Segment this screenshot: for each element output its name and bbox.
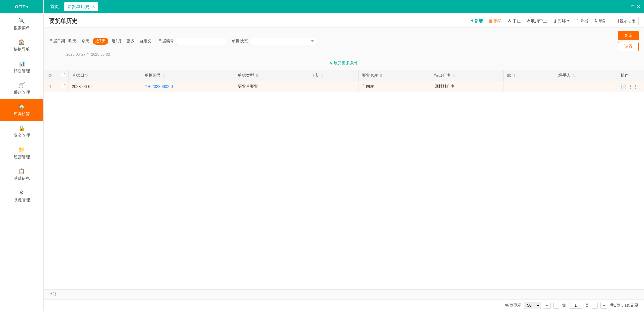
table-footer: 合计： xyxy=(44,289,644,299)
page-header: 要货单历史 + 新增 🗑 删除 ⊘ 中止 ⊘ 取消中止 🖨 打印 ▾ xyxy=(44,13,644,28)
close-button[interactable]: ✕ xyxy=(637,4,641,9)
window-controls: ─ □ ✕ xyxy=(625,4,641,9)
doc-no-link[interactable]: YH-20230602-0 xyxy=(145,84,173,89)
sidebar-item-inventory[interactable]: 🏠 库存核算 xyxy=(0,99,43,121)
sidebar-item-system[interactable]: ⚙ 系统管理 xyxy=(0,185,43,207)
first-page-button[interactable]: « xyxy=(544,302,551,309)
home-icon: 🏠 xyxy=(18,39,25,45)
refresh-button[interactable]: ↻ 刷新 xyxy=(593,17,608,25)
filter-settings-button[interactable]: 设置 xyxy=(618,42,639,51)
sidebar-item-sales[interactable]: 📊 销售管理 xyxy=(0,56,43,78)
date-btn-1month[interactable]: 近1月 xyxy=(110,38,123,45)
maximize-button[interactable]: □ xyxy=(631,4,634,9)
query-button[interactable]: 查询 xyxy=(618,31,639,40)
date-filter-options: 昨天 今天 近7天 近1月 更多 自定义 xyxy=(67,38,153,45)
date-range-display: 2023-05-27 至 2023-06-02 xyxy=(66,52,639,57)
tab-close-icon[interactable]: ✕ xyxy=(92,5,95,9)
inventory-icon: 🏠 xyxy=(18,103,25,110)
cancel-stop-button[interactable]: ⊘ 取消中止 xyxy=(525,17,549,25)
last-page-button[interactable]: » xyxy=(600,302,607,309)
sort-icon: ⇅ xyxy=(162,74,165,77)
row-store xyxy=(307,81,358,92)
doc-no-input[interactable] xyxy=(176,38,226,45)
row-department xyxy=(503,81,555,92)
col-store[interactable]: 门店 ⇅ xyxy=(307,70,358,81)
export-button[interactable]: ↗ 导出 xyxy=(573,17,590,25)
col-action: 操作 xyxy=(617,70,644,81)
print-button[interactable]: 🖨 打印 ▾ xyxy=(551,17,571,25)
col-settings[interactable]: ⚙ xyxy=(44,70,57,81)
page-label: 第 xyxy=(562,303,566,308)
column-settings-button[interactable]: ⚙ xyxy=(48,73,52,78)
sidebar-item-label: 采购管理 xyxy=(14,90,30,95)
per-page-select[interactable]: 50 100 200 xyxy=(524,302,541,309)
col-doc-type[interactable]: 单据类型 ⇅ xyxy=(234,70,307,81)
sidebar-item-basic-info[interactable]: 📋 基础信息 xyxy=(0,164,43,185)
stop-button[interactable]: ⊘ 中止 xyxy=(506,17,522,25)
col-checkbox[interactable] xyxy=(57,70,68,81)
date-filter-group: 单据日期 昨天 今天 近7天 近1月 更多 自定义 xyxy=(49,38,153,45)
print-dropdown-icon: ▾ xyxy=(567,19,569,23)
display-detail-checkbox[interactable] xyxy=(614,19,619,23)
col-doc-date[interactable]: 单据日期 ⇅ xyxy=(68,70,141,81)
row-more-button[interactable]: ⋮⋮ xyxy=(628,84,638,89)
row-checkbox[interactable] xyxy=(57,81,68,92)
row-handler xyxy=(555,81,617,92)
sales-icon: 📊 xyxy=(18,60,25,67)
app-logo: OfTEn xyxy=(0,0,43,13)
row-actions: 📄 ⋮⋮ xyxy=(617,81,644,92)
next-page-button[interactable]: › xyxy=(592,302,598,309)
date-btn-custom[interactable]: 自定义 xyxy=(138,38,153,45)
purchase-icon: 🛒 xyxy=(18,82,25,88)
row-doc-date: 2023-06-02 xyxy=(68,81,141,92)
table-area: ⚙ 单据日期 ⇅ 单据编号 ⇅ xyxy=(44,70,644,289)
toolbar: + 新增 🗑 删除 ⊘ 中止 ⊘ 取消中止 🖨 打印 ▾ ↗ 导出 xyxy=(470,17,639,25)
display-detail-button[interactable]: 显示明细 xyxy=(611,17,639,25)
filter-area: 单据日期 昨天 今天 近7天 近1月 更多 自定义 单据编号 xyxy=(44,28,644,70)
page-input[interactable] xyxy=(569,302,582,309)
date-btn-7days[interactable]: 近7天 xyxy=(93,38,108,45)
total-label: 合计： xyxy=(49,292,61,297)
sidebar-item-operations[interactable]: 📁 经营管理 xyxy=(0,142,43,164)
sort-icon: ⇅ xyxy=(90,74,93,77)
status-filter-group: 单据状态 xyxy=(232,38,317,45)
expand-more-btn[interactable]: ∨ 展开更多条件 xyxy=(330,60,358,66)
row-req-warehouse: 车间库 xyxy=(358,81,431,92)
minimize-button[interactable]: ─ xyxy=(625,4,629,9)
tab-home[interactable]: 首页 xyxy=(47,2,62,11)
data-table: ⚙ 单据日期 ⇅ 单据编号 ⇅ xyxy=(44,70,644,92)
row-edit-button[interactable]: 📄 xyxy=(621,84,626,89)
sidebar-item-label: 资金管理 xyxy=(14,133,30,138)
per-page-label: 每页显示 xyxy=(505,303,521,308)
sidebar-item-finance[interactable]: 🔒 资金管理 xyxy=(0,121,43,142)
tab-requisition-history[interactable]: 要货单历史 ✕ xyxy=(64,2,98,11)
row-pending-warehouse: 原材料仓库 xyxy=(431,81,503,92)
sidebar-item-label: 搜索菜单 xyxy=(14,25,30,31)
pagination-bar: 每页显示 50 100 200 « ‹ 第 页 › » 共1页，1条记录 xyxy=(44,299,644,311)
col-handler[interactable]: 经手人 ⇅ xyxy=(555,70,617,81)
select-all-checkbox[interactable] xyxy=(61,73,65,77)
date-btn-yesterday[interactable]: 昨天 xyxy=(67,38,78,45)
sidebar-item-label: 系统管理 xyxy=(14,197,30,203)
col-pending-warehouse[interactable]: 待出仓库 ⇅ xyxy=(431,70,503,81)
search-menu-icon: 🔍 xyxy=(18,17,25,24)
col-req-warehouse[interactable]: 要货仓库 ⇅ xyxy=(358,70,431,81)
new-button[interactable]: + 新增 xyxy=(470,17,484,25)
date-btn-today[interactable]: 今天 xyxy=(80,38,91,45)
date-btn-more[interactable]: 更多 xyxy=(125,38,136,45)
sidebar-item-label: 基础信息 xyxy=(14,176,30,181)
system-icon: ⚙ xyxy=(19,189,24,196)
sidebar-item-search-menu[interactable]: 🔍 搜索菜单 xyxy=(0,13,43,35)
sidebar-item-label: 经营管理 xyxy=(14,154,30,160)
col-doc-no[interactable]: 单据编号 ⇅ xyxy=(141,70,234,81)
doc-no-filter-group: 单据编号 xyxy=(158,38,226,45)
prev-page-button[interactable]: ‹ xyxy=(553,302,559,309)
sidebar-item-purchase[interactable]: 🛒 采购管理 xyxy=(0,78,43,99)
sort-icon: ⇅ xyxy=(517,74,520,77)
page-suffix: 页 xyxy=(585,303,589,308)
status-select[interactable] xyxy=(250,38,317,45)
delete-button[interactable]: 🗑 删除 xyxy=(487,17,503,25)
sidebar-item-quick-nav[interactable]: 🏠 快捷导航 xyxy=(0,35,43,56)
col-department[interactable]: 部门 ⇅ xyxy=(503,70,555,81)
total-info: 共1页，1条记录 xyxy=(610,303,639,308)
